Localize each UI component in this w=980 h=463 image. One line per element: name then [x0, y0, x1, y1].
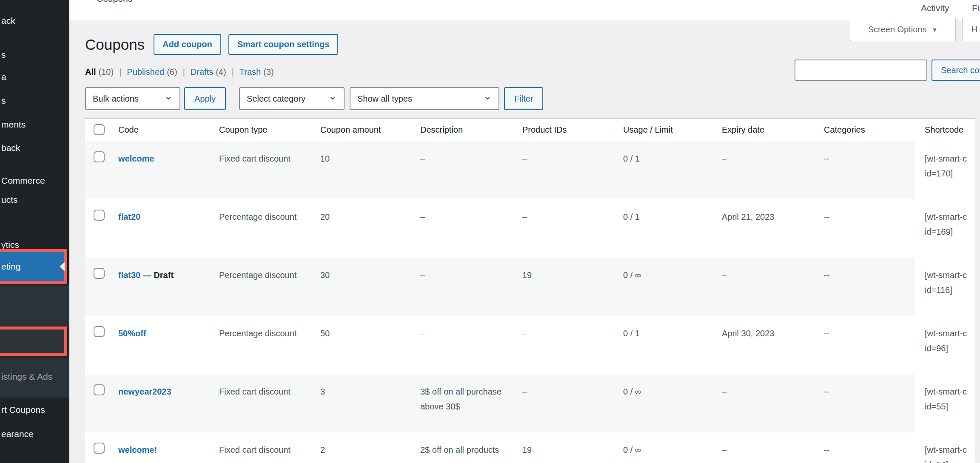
activity-link[interactable]: Activity: [921, 0, 949, 16]
coupon-type-cell: Percentage discount: [211, 316, 313, 374]
table-row: newyear2023 Fixed cart discount 3 3$ off…: [85, 374, 975, 432]
column-header-expiry-date: Expiry date: [714, 119, 816, 141]
categories-cell: --: [816, 316, 915, 374]
view-separator: |: [232, 67, 234, 77]
row-checkbox[interactable]: [94, 384, 105, 395]
sidebar-item-media[interactable]: a: [1, 71, 6, 82]
sidebar-item-marketing-current[interactable]: eting: [0, 252, 64, 281]
row-checkbox[interactable]: [94, 268, 105, 279]
coupon-code-link[interactable]: newyear2023: [118, 387, 171, 396]
finish-setup-link[interactable]: Fin: [972, 0, 980, 16]
select-category-select[interactable]: Select category ⌄: [239, 87, 345, 110]
view-all-count: (10): [99, 67, 114, 77]
coupon-code-link[interactable]: welcome!: [118, 445, 157, 454]
coupon-amount-cell: 3: [313, 374, 413, 432]
add-coupon-button[interactable]: Add coupon: [154, 34, 221, 55]
coupon-type-cell: Fixed cart discount: [211, 141, 313, 199]
view-separator: |: [183, 67, 185, 77]
row-checkbox[interactable]: [94, 443, 105, 454]
sidebar-item-listings-ads[interactable]: istings & Ads: [1, 371, 52, 382]
coupon-type-value: Show all types: [357, 94, 412, 104]
product-ids-cell: –: [515, 141, 615, 199]
filter-button[interactable]: Filter: [504, 87, 543, 110]
view-drafts-count: (4): [216, 67, 226, 77]
chevron-down-icon: ▼: [932, 26, 938, 33]
search-coupons-button[interactable]: Search cou: [932, 60, 980, 81]
help-tab[interactable]: H: [962, 18, 980, 41]
breadcrumb-coupons: Coupons: [97, 0, 132, 4]
description-cell: 3$ off on all purchase above 30$: [413, 374, 515, 432]
table-row: flat30 — Draft Percentage discount 30 – …: [85, 258, 975, 316]
table-row: welcome! Fixed cart discount 2 2$ off on…: [85, 432, 975, 463]
coupon-amount-cell: 50: [313, 316, 413, 374]
filter-button-label: Filter: [514, 94, 533, 104]
coupons-table: Code Coupon type Coupon amount Descripti…: [85, 118, 975, 463]
page-header: Coupons Add coupon Smart coupon settings: [85, 34, 338, 55]
description-cell: 2$ off on all products: [413, 432, 515, 463]
shortcode-cell: [wt-smart-cid=55]: [915, 374, 975, 432]
coupon-type-cell: Fixed cart discount: [211, 374, 313, 432]
sidebar-item-comments[interactable]: ments: [1, 119, 26, 130]
submenu-arrow-icon: [60, 262, 65, 271]
description-cell: –: [413, 199, 515, 258]
coupon-type-cell: Percentage discount: [211, 199, 313, 258]
sidebar-item-pages[interactable]: s: [1, 95, 6, 106]
usage-limit-cell: 0 / 1: [615, 199, 714, 258]
admin-sidebar: ack s a s ments back Commerce ucts ytics…: [0, 0, 69, 463]
product-ids-cell: –: [515, 316, 615, 374]
sidebar-item-jetpack[interactable]: ack: [1, 15, 15, 26]
chevron-down-icon: ⌄: [483, 94, 492, 98]
coupon-code-link[interactable]: flat30: [118, 270, 140, 280]
table-row: flat20 Percentage discount 20 – – 0 / 1 …: [85, 199, 975, 258]
search-coupons-input[interactable]: [795, 60, 927, 81]
column-header-categories: Categories: [816, 119, 915, 141]
post-state-draft: — Draft: [143, 270, 174, 280]
column-header-code: Code: [111, 119, 211, 141]
sidebar-item-appearance[interactable]: earance: [1, 428, 34, 440]
sidebar-item-products[interactable]: ucts: [1, 194, 18, 205]
usage-limit-cell: 0 / 1: [615, 316, 714, 374]
coupon-type-cell: Percentage discount: [211, 258, 313, 316]
list-toolbar: Bulk actions ⌄ Apply Select category ⌄ S…: [85, 87, 543, 110]
column-header-coupon-amount: Coupon amount: [313, 119, 413, 141]
view-drafts[interactable]: Drafts: [191, 67, 213, 77]
screen-options-tab[interactable]: Screen Options ▼: [850, 18, 956, 41]
shortcode-cell: [wt-smart-cid=170]: [915, 141, 975, 199]
row-checkbox[interactable]: [94, 151, 105, 162]
row-checkbox[interactable]: [94, 210, 105, 221]
row-checkbox[interactable]: [94, 326, 105, 337]
smart-coupon-settings-button[interactable]: Smart coupon settings: [228, 34, 339, 55]
chevron-down-icon: ⌄: [328, 94, 337, 98]
sidebar-item-smart-coupons[interactable]: rt Coupons: [1, 404, 45, 415]
coupon-code-link[interactable]: flat20: [118, 212, 140, 222]
coupon-type-cell: Fixed cart discount: [211, 432, 313, 463]
coupon-code-link[interactable]: welcome: [118, 154, 154, 163]
sidebar-item-woocommerce[interactable]: Commerce: [1, 175, 45, 186]
coupon-type-select[interactable]: Show all types ⌄: [350, 87, 499, 110]
view-trash[interactable]: Trash: [239, 67, 261, 77]
view-published[interactable]: Published: [127, 67, 164, 77]
column-header-coupon-type: Coupon type: [211, 119, 313, 141]
sidebar-item-marketing-label: eting: [0, 261, 21, 272]
sidebar-item-feedback[interactable]: back: [1, 142, 20, 153]
admin-top-bar: Coupons Activity Fin: [69, 0, 980, 20]
sidebar-item-posts[interactable]: s: [1, 49, 6, 60]
usage-limit-cell: 0 / ∞: [615, 258, 714, 316]
categories-cell: --: [816, 432, 915, 463]
help-label: H: [971, 25, 977, 34]
woocommerce-coupons-admin-page: { "colors": { "accent_blue": "#2271b1", …: [0, 0, 980, 463]
coupon-code-link[interactable]: 50%off: [118, 329, 146, 338]
column-header-shortcode: Shortcode: [915, 119, 975, 141]
screen-options-label: Screen Options: [868, 25, 927, 34]
select-all-checkbox[interactable]: [94, 124, 105, 135]
view-all[interactable]: All: [85, 67, 96, 77]
shortcode-cell: [wt-smart-cid=54]: [915, 432, 975, 463]
chevron-down-icon: ⌄: [164, 94, 173, 98]
coupons-table-wrap: Code Coupon type Coupon amount Descripti…: [85, 118, 980, 463]
bulk-actions-select[interactable]: Bulk actions ⌄: [85, 87, 180, 110]
search-coupons-button-label: Search cou: [941, 65, 980, 75]
apply-button[interactable]: Apply: [184, 87, 226, 110]
description-cell: –: [413, 141, 515, 199]
categories-cell: --: [816, 258, 915, 316]
shortcode-cell: [wt-smart-cid=169]: [915, 199, 975, 258]
